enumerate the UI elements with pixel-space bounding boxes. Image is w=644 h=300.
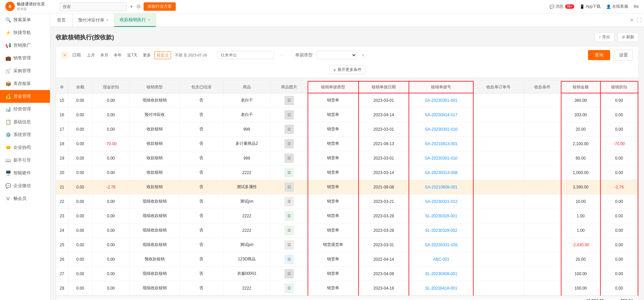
cell-verify-bill-no[interactable]: SA-20230321-012 <box>409 194 473 209</box>
cell-verify-type: 预收款核销 <box>129 252 179 266</box>
settings-icon[interactable]: ⚙ <box>136 3 141 10</box>
sidebar-item-shortcut[interactable]: ⚡ 快捷导航 <box>0 26 50 39</box>
sidebar-item-search[interactable]: 🔍 搜索菜单 <box>0 13 50 26</box>
cell-verify-bill-date: 2023-03-31 <box>359 238 409 252</box>
table-row: 20 0.00 0.00 收款核销 否 2222 🖼 销货单 2023-03-1… <box>56 165 638 180</box>
sidebar-item-basic[interactable]: 📋 基础信息 <box>0 116 50 128</box>
date-this-year[interactable]: 本年 <box>112 52 124 59</box>
sidebar-item-sales[interactable]: 💼 销售管理 <box>0 52 50 65</box>
sidebar-item-hardware[interactable]: 🖥️ 智能硬件 <box>0 167 50 179</box>
cell-verify-bill-date: 2023-03-01 <box>359 93 409 108</box>
cell-verify-bill-date: 2021-08-08 <box>359 180 409 194</box>
date-more[interactable]: 更多 <box>141 52 153 59</box>
industry-btn[interactable]: 体验行业方案 <box>144 2 176 11</box>
cell-verify-bill-no[interactable]: SL-20230328-002 <box>409 223 473 238</box>
cell-goods-img: 🖼 <box>270 209 308 223</box>
cell-verify-bill-type: 销货单 <box>308 180 359 194</box>
cell-receipt-order-no <box>473 194 524 209</box>
tab-verify[interactable]: 收款核销执行 × <box>114 13 156 27</box>
cell-balance: 0.00 <box>68 281 92 295</box>
shortcut-icon: ⚡ <box>5 30 11 35</box>
cell-verify-amount: 1,000.00 <box>561 165 600 180</box>
cell-receipt-order-no <box>473 93 524 108</box>
sidebar-item-collab[interactable]: 🤝 企业协同 <box>0 141 50 154</box>
top-search-input[interactable] <box>60 2 127 11</box>
cell-cash-discount: 0.00 <box>92 194 129 209</box>
cell-receipt-order-no <box>473 136 524 151</box>
cell-goods: 测试jun <box>223 238 270 252</box>
cell-receipt-condition <box>524 252 561 266</box>
cell-balance: 0.00 <box>68 165 92 180</box>
cell-verify-bill-date: 2023-03-28 <box>359 223 409 238</box>
sidebar-item-system[interactable]: ⚙️ 系统管理 <box>0 128 50 141</box>
sidebar-item-finance[interactable]: 💰 资金管理 <box>0 90 50 103</box>
expand-more-btn[interactable]: ∨ 展开更多条件 <box>329 65 365 74</box>
sidebar-item-guide[interactable]: 📖 新手引导 <box>0 154 50 167</box>
refresh-btn[interactable]: ↺ 刷新 <box>617 32 639 42</box>
cell-verify-bill-no[interactable]: SA-20230331-026 <box>409 238 473 252</box>
export-btn[interactable]: ↑ 导出 <box>594 32 614 42</box>
tab-home[interactable]: 首页 <box>50 13 73 27</box>
cell-goods: 999 <box>223 151 270 165</box>
date-this-month[interactable]: 本月 <box>98 52 110 59</box>
counterparty-input[interactable] <box>218 51 274 59</box>
cell-receipt-order-no <box>473 122 524 136</box>
cell-verify-type: 收款核销 <box>129 165 179 180</box>
finance-icon: 💰 <box>5 94 11 99</box>
tab-action-close[interactable]: ✕ <box>630 17 634 23</box>
tab-prepay-close[interactable]: × <box>106 18 109 23</box>
cell-verify-bill-no[interactable]: ABC-001 <box>409 252 473 266</box>
cell-verify-bill-no[interactable]: SA-20230414-017 <box>409 108 473 122</box>
sidebar-item-wechat[interactable]: 💬 企业微信 <box>0 179 50 192</box>
user-menu[interactable]: Rit <box>634 4 639 9</box>
col-balance: 余额 <box>68 81 92 93</box>
app-download-btn[interactable]: 📱 App下载 <box>580 4 601 9</box>
guide-icon: 📖 <box>5 158 11 163</box>
cell-verify-bill-no[interactable]: SA-20230301-001 <box>409 93 473 108</box>
filter-expand-toggle[interactable]: » <box>61 52 68 58</box>
cell-verify-discount: 0.00 <box>600 281 638 295</box>
sidebar-item-purchase[interactable]: 🛒 采购管理 <box>0 65 50 77</box>
page-content: 收款核销执行(按收款) ↑ 导出 ↺ 刷新 » 日期 <box>50 27 644 300</box>
settings-btn[interactable]: 设置 <box>614 50 633 60</box>
cell-include-settled: 否 <box>179 151 223 165</box>
sidebar-item-marketing[interactable]: 📢 营销推广 <box>0 39 50 52</box>
cell-goods: 2222 <box>223 165 270 180</box>
footer-total-amount: 40,556,66... <box>586 299 607 300</box>
cell-verify-bill-no[interactable]: SA-20210808-001 <box>409 180 473 194</box>
bill-type-label: 单据类型 <box>295 52 313 58</box>
tab-bar: 首页 预付冲应付单 × 收款核销执行 × ✕ ⛶ <box>50 13 644 27</box>
cell-verify-bill-no[interactable]: SA-20230314-008 <box>409 165 473 180</box>
col-gear[interactable]: ⚙ <box>56 81 68 93</box>
cell-receipt-condition <box>524 266 561 281</box>
date-last-month[interactable]: 上月 <box>85 52 97 59</box>
sidebar-item-member[interactable]: V 畅会员 <box>0 192 50 205</box>
sidebar-item-management[interactable]: 📊 经营管理 <box>0 103 50 116</box>
cell-verify-bill-no[interactable]: SL-20230418-001 <box>409 281 473 295</box>
online-service-btn[interactable]: 👤 在线客服 <box>606 4 628 9</box>
tab-prepay[interactable]: 预付冲应付单 × <box>73 13 114 27</box>
tab-action-expand[interactable]: ⛶ <box>637 17 641 23</box>
cell-goods-img: 🖼 <box>270 136 308 151</box>
cell-verify-discount: 0.00 <box>600 209 638 223</box>
cell-verify-bill-type: 销货单 <box>308 194 359 209</box>
cell-verify-bill-date: 2023-04-14 <box>359 108 409 122</box>
bill-type-select[interactable] <box>317 51 357 59</box>
cell-verify-discount: 0.00 <box>600 151 638 165</box>
query-btn[interactable]: 查询 <box>588 50 610 60</box>
cell-verify-bill-no[interactable]: SL-20230408-001 <box>409 266 473 281</box>
sidebar-item-inventory[interactable]: 📦 库存核算 <box>0 77 50 90</box>
cell-verify-bill-no[interactable]: SL-20230328-001 <box>409 209 473 223</box>
messages-btn[interactable]: 💬 消息 99+ <box>549 4 574 9</box>
date-7days[interactable]: 近7天 <box>125 52 140 59</box>
cell-goods: 2222 <box>223 223 270 238</box>
table-row: 25 0.00 0.00 现续收款核销 否 测试jun 🖼 销货退货单 2023… <box>56 238 638 252</box>
cell-verify-bill-no[interactable]: SA-20230301-010 <box>409 122 473 136</box>
cell-goods-img: 🖼 <box>270 93 308 108</box>
cell-verify-bill-no[interactable]: SA-20230301-010 <box>409 151 473 165</box>
cell-verify-amount: 20.00 <box>561 252 600 266</box>
top-search-area: ▼ ⚙ 体验行业方案 <box>60 2 545 11</box>
date-custom[interactable]: 自定义 <box>154 51 171 59</box>
tab-verify-close[interactable]: × <box>148 17 150 22</box>
cell-verify-bill-no[interactable]: SA-20210813-001 <box>409 136 473 151</box>
